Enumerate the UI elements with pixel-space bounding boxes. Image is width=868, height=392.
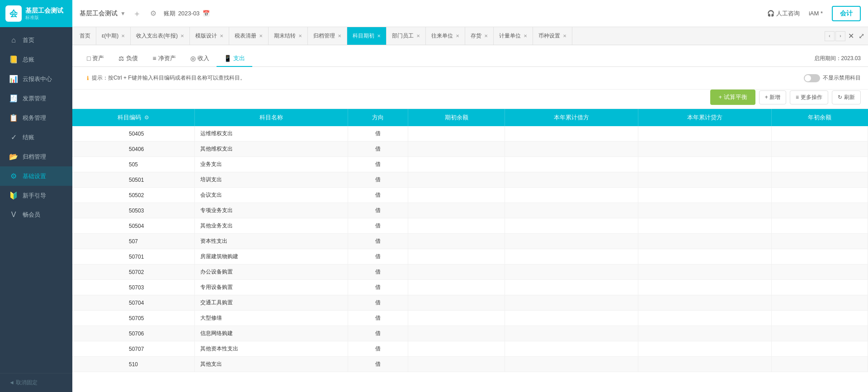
- table-row[interactable]: 50703 专用设备购置 借: [72, 280, 868, 295]
- cell-code-8: 50701: [72, 249, 195, 264]
- tab-subject_init[interactable]: 科目期初✕: [347, 27, 387, 45]
- sub-tab-expense[interactable]: 📱支出: [217, 51, 252, 67]
- tabs-close-all-button[interactable]: ✕: [846, 32, 856, 40]
- cell-balance-5: [408, 203, 505, 218]
- tab-inventory[interactable]: 存货✕: [465, 27, 494, 45]
- notice-text: 提示：按Ctrl + F键并输入科目编码或者科目名称可以查找科目。: [92, 74, 245, 82]
- topbar-settings-icon[interactable]: ⚙: [148, 7, 158, 19]
- tab-income_report[interactable]: 收入支出表(年报)✕: [131, 27, 190, 45]
- toggle-disabled: 不显示禁用科目: [804, 74, 861, 82]
- add-button[interactable]: + 新增: [759, 90, 786, 104]
- sub-tab-assets[interactable]: □资产: [80, 51, 111, 67]
- sidebar-item-settings[interactable]: ⚙基础设置: [0, 166, 72, 186]
- cell-debit-7: [505, 234, 638, 249]
- tabs-expand-button[interactable]: ⤢: [857, 32, 866, 40]
- cell-name-0: 运维维权支出: [195, 126, 348, 142]
- cell-debit-13: [505, 326, 638, 341]
- table-row[interactable]: 50406 其他维权支出 借: [72, 142, 868, 157]
- tab-close-dept[interactable]: ✕: [416, 33, 420, 38]
- cell-name-6: 其他业务支出: [195, 218, 348, 234]
- cell-code-6: 50504: [72, 218, 195, 234]
- tabs-next-button[interactable]: ›: [835, 31, 845, 41]
- refresh-button[interactable]: ↻ 刷新: [832, 90, 861, 104]
- tab-close-income_report[interactable]: ✕: [180, 33, 184, 38]
- nav-icon-close: ✓: [9, 133, 18, 142]
- more-button[interactable]: ≡ 更多操作: [790, 90, 828, 104]
- cell-balance-1: [408, 142, 505, 157]
- table-row[interactable]: 50701 房屋建筑物购建 借: [72, 249, 868, 264]
- sidebar-item-close[interactable]: ✓结账: [0, 128, 72, 147]
- sub-tab-liability[interactable]: ⚖负债: [111, 51, 145, 67]
- tabs-prev-button[interactable]: ‹: [825, 31, 835, 41]
- table-row[interactable]: 50502 会议支出 借: [72, 188, 868, 203]
- table-row[interactable]: 50705 大型修缮 借: [72, 311, 868, 326]
- tab-close-subject_init[interactable]: ✕: [377, 33, 381, 38]
- period-calendar-icon[interactable]: 📅: [203, 10, 210, 17]
- tab-period_end[interactable]: 期末结转✕: [269, 27, 308, 45]
- cell-debit-6: [505, 218, 638, 234]
- sub-tab-equity[interactable]: ≡净资产: [145, 51, 183, 67]
- tab-tax_clear[interactable]: 税表清册✕: [229, 27, 269, 45]
- cell-credit-3: [638, 172, 772, 188]
- table-row[interactable]: 510 其他支出 借: [72, 357, 868, 372]
- tab-home[interactable]: 首页: [74, 27, 96, 45]
- table-row[interactable]: 50702 办公设备购置 借: [72, 264, 868, 280]
- help-icon: 🎧: [767, 10, 774, 17]
- table-row[interactable]: 50707 其他资本性支出 借: [72, 341, 868, 357]
- table-row[interactable]: 50501 培训支出 借: [72, 172, 868, 188]
- tab-close-template[interactable]: ✕: [220, 33, 223, 38]
- cell-code-14: 50707: [72, 341, 195, 357]
- company-dropdown-icon[interactable]: ▼: [120, 10, 126, 17]
- sidebar-item-invoice[interactable]: 🧾发票管理: [0, 89, 72, 108]
- sidebar-item-reports[interactable]: 📊云报表中心: [0, 69, 72, 89]
- col-settings-icon[interactable]: ⚙: [144, 114, 149, 121]
- tab-currency[interactable]: 币种设置✕: [533, 27, 572, 45]
- topbar-add-icon[interactable]: ＋: [131, 6, 143, 21]
- table-row[interactable]: 507 资本性支出 借: [72, 234, 868, 249]
- sub-tab-income[interactable]: ◎收入: [183, 51, 217, 67]
- table-row[interactable]: 50706 信息网络购建 借: [72, 326, 868, 341]
- table-row[interactable]: 50405 运维维权支出 借: [72, 126, 868, 142]
- tab-close-period_end[interactable]: ✕: [298, 33, 302, 38]
- sidebar-item-archive[interactable]: 📂归档管理: [0, 147, 72, 166]
- sidebar-item-guide[interactable]: 🔰新手引导: [0, 186, 72, 205]
- table-row[interactable]: 50504 其他业务支出 借: [72, 218, 868, 234]
- tab-close-inventory[interactable]: ✕: [484, 33, 488, 38]
- more-icon: ≡: [796, 94, 799, 100]
- tab-close-mid[interactable]: ✕: [121, 33, 125, 38]
- cell-dir-13: 借: [348, 326, 408, 341]
- cell-balance-6: [408, 218, 505, 234]
- sidebar-item-ledger[interactable]: 📒总账: [0, 50, 72, 69]
- tab-close-measure[interactable]: ✕: [524, 33, 527, 38]
- calc-balance-button[interactable]: + 试算平衡: [710, 90, 755, 105]
- tab-template[interactable]: 模版设计✕: [190, 27, 229, 45]
- sidebar-item-member[interactable]: V畅会员: [0, 205, 72, 224]
- tab-close-currency[interactable]: ✕: [563, 33, 566, 38]
- cell-code-3: 50501: [72, 172, 195, 188]
- col-header-6: 年初余额: [772, 109, 868, 126]
- tab-close-tax_clear[interactable]: ✕: [259, 33, 263, 38]
- tab-mid[interactable]: ε(中期)✕: [96, 27, 131, 45]
- help-button[interactable]: 🎧 人工咨询: [767, 9, 800, 18]
- table-row[interactable]: 505 业务支出 借: [72, 157, 868, 172]
- tab-measure[interactable]: 计量单位✕: [494, 27, 533, 45]
- cell-code-4: 50502: [72, 188, 195, 203]
- tab-archive[interactable]: 归档管理✕: [308, 27, 347, 45]
- tab-label-mid: ε(中期): [102, 32, 118, 40]
- sidebar-footer[interactable]: ◄ 取消固定: [0, 373, 72, 392]
- tab-units[interactable]: 往来单位✕: [426, 27, 465, 45]
- account-button[interactable]: 会计: [832, 6, 861, 21]
- table-row[interactable]: 50704 交通工具购置 借: [72, 295, 868, 311]
- cell-dir-14: 借: [348, 341, 408, 357]
- cell-balance-14: [408, 341, 505, 357]
- cell-year-bal-11: [772, 295, 868, 311]
- toggle-switch[interactable]: [804, 74, 820, 82]
- tab-dept[interactable]: 部门员工✕: [387, 27, 426, 45]
- cell-credit-9: [638, 264, 772, 280]
- sidebar-item-home[interactable]: ⌂首页: [0, 31, 72, 50]
- table-row[interactable]: 50503 专项业务支出 借: [72, 203, 868, 218]
- sub-tab-icon-income: ◎: [190, 55, 196, 62]
- sidebar-item-tax[interactable]: 📋税务管理: [0, 108, 72, 128]
- tab-close-units[interactable]: ✕: [456, 33, 459, 38]
- tab-close-archive[interactable]: ✕: [338, 33, 341, 38]
